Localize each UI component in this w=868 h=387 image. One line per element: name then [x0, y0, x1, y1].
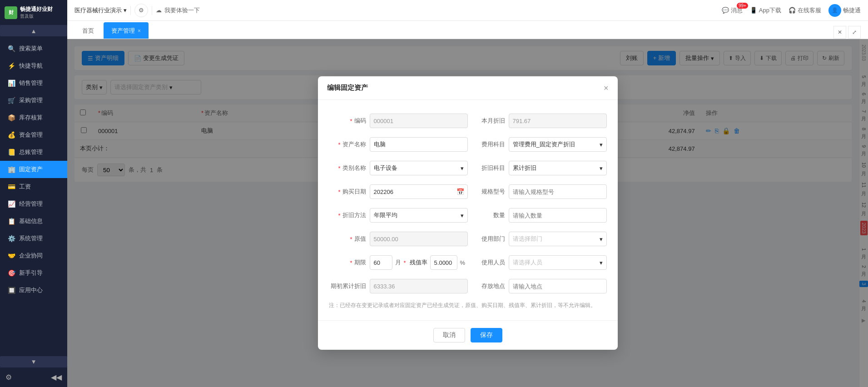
- sidebar-item-quick-nav[interactable]: ⚡ 快捷导航: [0, 57, 67, 74]
- avatar: 👤: [828, 4, 841, 17]
- asset-name-label: * 资产名称: [329, 140, 370, 149]
- modal-body: * 编码 本月折旧: [318, 100, 618, 320]
- sidebar-item-basics[interactable]: 📋 基础信息: [0, 213, 67, 230]
- topbar-divider2: [152, 6, 152, 15]
- scroll-down-button[interactable]: ▼: [0, 356, 67, 367]
- dep-subject-select[interactable]: 累计折旧 ▾: [509, 161, 607, 175]
- form-item-code: * 编码: [329, 109, 468, 133]
- calendar-icon[interactable]: 📅: [456, 188, 464, 195]
- spec-input[interactable]: [509, 184, 607, 199]
- app-download-button[interactable]: 📱 App下载: [750, 6, 781, 15]
- form-item-dep-method: * 折旧方法 年限平均 ▾: [329, 203, 468, 227]
- sidebar-item-payroll[interactable]: 💳 工资: [0, 178, 67, 195]
- tabs-bar: 首页 资产管理 × ✕ ⤢: [67, 21, 868, 39]
- sidebar-footer: ⚙ ◀◀: [0, 367, 67, 387]
- assignee-label: 使用人员: [468, 258, 509, 267]
- close-tab-button[interactable]: ✕: [833, 26, 846, 39]
- settings-icon[interactable]: ⚙: [5, 373, 12, 382]
- original-value-input[interactable]: [370, 232, 468, 246]
- asset-name-input[interactable]: [370, 137, 468, 152]
- sidebar-item-system[interactable]: ⚙️ 系统管理: [0, 230, 67, 247]
- storage-input[interactable]: [509, 279, 607, 293]
- maximize-tab-button[interactable]: ⤢: [848, 26, 861, 39]
- form-item-asset-name: * 资产名称: [329, 133, 468, 156]
- dep-method-dropdown-icon: ▾: [461, 212, 464, 219]
- app-center-icon: 🔲: [7, 286, 15, 294]
- expense-subject-select[interactable]: 管理费用_固定资产折旧 ▾: [509, 137, 607, 152]
- residual-rate-label: 残值率: [410, 258, 427, 267]
- sidebar-item-enterprise[interactable]: 🤝 企业协同: [0, 247, 67, 264]
- purchase-date-label: * 购买日期: [329, 188, 370, 196]
- content-area: ☰ 资产明细 📄 变更生成凭证 刘账 + 新增: [67, 39, 868, 387]
- purchase-date-input[interactable]: [370, 184, 468, 199]
- modal-note: 注：已经存在变更记录或者对应固定资产已经生成凭证，原值、购买日期、残值率、累计折…: [329, 298, 607, 311]
- form-item-category: * 类别名称 电子设备 ▾: [329, 156, 468, 180]
- residual-rate-unit: %: [460, 259, 466, 266]
- user-menu[interactable]: 👤 畅捷通: [828, 4, 861, 17]
- sidebar-item-app-center[interactable]: 🔲 应用中心: [0, 282, 67, 299]
- form-item-quantity: 数量: [468, 203, 607, 227]
- sidebar-item-ledger[interactable]: 📒 总账管理: [0, 144, 67, 161]
- company-dropdown-icon: ▾: [124, 7, 127, 14]
- monthly-dep-label: 本月折旧: [468, 117, 509, 125]
- modal-close-button[interactable]: ×: [604, 84, 609, 92]
- funds-icon: 💰: [7, 131, 15, 139]
- sidebar-item-purchase[interactable]: 🛒 采购管理: [0, 92, 67, 109]
- tab-home[interactable]: 首页: [74, 22, 102, 39]
- dep-method-label: * 折旧方法: [329, 211, 370, 219]
- sidebar: 财 畅捷通好业财 普及版 ▲ 🔍 搜索菜单 ⚡ 快捷导航 📊 销售管理: [0, 0, 67, 387]
- system-icon: ⚙️: [7, 234, 15, 243]
- quantity-label: 数量: [468, 211, 509, 219]
- form-item-period: * 期限 月 * 残值率 %: [329, 251, 468, 274]
- search-icon: 🔍: [7, 45, 15, 53]
- save-button[interactable]: 保存: [471, 328, 502, 342]
- fixed-assets-icon: 🏢: [7, 165, 15, 174]
- period-input[interactable]: [370, 255, 392, 270]
- sidebar-item-funds[interactable]: 💰 资金管理: [0, 126, 67, 144]
- tab-asset-mgmt[interactable]: 资产管理 ×: [104, 22, 149, 39]
- company-settings-button[interactable]: ⚙: [134, 4, 148, 17]
- quick-nav-icon: ⚡: [7, 62, 15, 70]
- scroll-up-button[interactable]: ▲: [0, 25, 67, 36]
- experience-button[interactable]: ☁ 我要体验一下: [156, 6, 200, 15]
- form-item-dep-subject: 折旧科目 累计折旧 ▾: [468, 156, 607, 180]
- sidebar-nav: 🔍 搜索菜单 ⚡ 快捷导航 📊 销售管理 🛒 采购管理 📦 库存核算 💰: [0, 36, 67, 356]
- modal-footer: 取消 保存: [318, 320, 618, 350]
- period-unit: 月: [395, 258, 401, 267]
- category-select[interactable]: 电子设备 ▾: [370, 161, 468, 175]
- dep-dropdown-icon: ▾: [600, 165, 603, 172]
- department-select[interactable]: 请选择部门 ▾: [509, 232, 607, 246]
- collapse-icon[interactable]: ◀◀: [51, 373, 62, 382]
- form-item-department: 使用部门 请选择部门 ▾: [468, 227, 607, 251]
- logo-text: 畅捷通好业财 普及版: [20, 5, 53, 20]
- category-label: * 类别名称: [329, 164, 370, 172]
- sidebar-header: 财 畅捷通好业财 普及版: [0, 0, 67, 25]
- residual-rate-input[interactable]: [430, 255, 457, 270]
- assignee-select[interactable]: 请选择人员 ▾: [509, 255, 607, 270]
- quantity-input[interactable]: [509, 208, 607, 223]
- code-input[interactable]: [370, 114, 468, 128]
- tab-close-button[interactable]: ×: [138, 28, 141, 34]
- sidebar-item-search[interactable]: 🔍 搜索菜单: [0, 40, 67, 57]
- form-item-initial-dep: 期初累计折旧: [329, 274, 468, 298]
- company-selector[interactable]: 医疗器械行业演示 ▾: [74, 6, 127, 15]
- sidebar-item-guide[interactable]: 🎯 新手引导: [0, 264, 67, 282]
- sidebar-item-inventory[interactable]: 📦 库存核算: [0, 109, 67, 126]
- form-item-monthly-dep: 本月折旧: [468, 109, 607, 133]
- notification-button[interactable]: 💬 消息 99+: [722, 6, 743, 15]
- cancel-button[interactable]: 取消: [433, 328, 465, 342]
- online-service-button[interactable]: 🎧 在线客服: [789, 6, 821, 15]
- form-item-storage: 存放地点: [468, 274, 607, 298]
- department-label: 使用部门: [468, 235, 509, 243]
- dep-method-select[interactable]: 年限平均 ▾: [370, 208, 468, 223]
- service-icon: 🎧: [789, 7, 796, 14]
- original-value-label: * 原值: [329, 235, 370, 243]
- ledger-icon: 📒: [7, 148, 15, 156]
- sidebar-item-sales[interactable]: 📊 销售管理: [0, 74, 67, 92]
- purchase-date-wrap: 📅: [370, 184, 468, 199]
- topbar: 医疗器械行业演示 ▾ ⚙ ☁ 我要体验一下 💬 消息 99+ 📱: [67, 0, 868, 21]
- sidebar-item-operations[interactable]: 📈 经营管理: [0, 195, 67, 213]
- form-item-expense-subject: 费用科目 管理费用_固定资产折旧 ▾: [468, 133, 607, 156]
- monthly-dep-input: [509, 114, 607, 128]
- sidebar-item-fixed-assets[interactable]: 🏢 固定资产: [0, 161, 67, 178]
